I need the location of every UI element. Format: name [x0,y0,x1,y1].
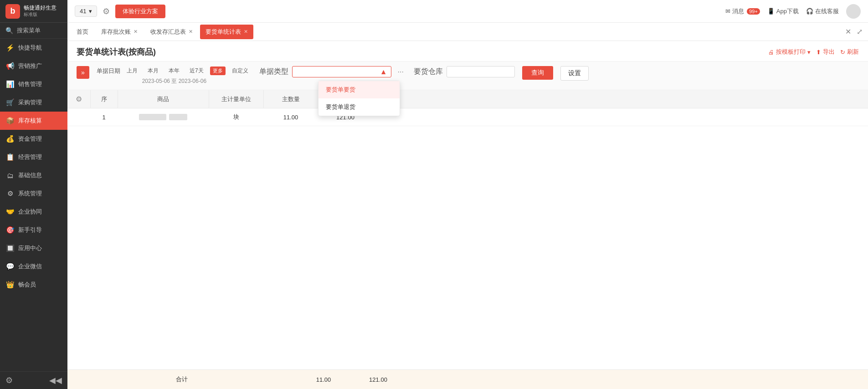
sidebar-item-app-center[interactable]: 🔲 应用中心 [0,239,67,257]
page-title: 要货单统计表(按商品) [77,46,156,57]
doc-type-select-wrapper: ▲ [292,66,391,77]
dropdown-item-return[interactable]: 要货单退货 [318,98,400,116]
inventory-icon: 📦 [5,116,15,125]
sidebar-item-system[interactable]: ⚙ 系统管理 [0,184,67,203]
select-dots[interactable]: ··· [395,68,406,76]
tab-order-stats-label: 要货单统计表 [205,28,241,36]
sidebar: b 畅捷通好生意 标准版 🔍 搜索菜单 ⚡ 快捷导航 📢 营销推广 📊 销售管理… [0,0,67,389]
header-right: ✉ 消息 99+ 📱 App下载 🎧 在线客服 [725,4,861,19]
query-button[interactable]: 查询 [522,66,553,80]
purchase-icon: 🛒 [5,98,15,107]
refresh-label: 刷新 [847,48,859,56]
messages-item[interactable]: ✉ 消息 99+ [725,7,760,15]
collapse-icon[interactable]: ◀◀ [49,375,62,385]
row-extra-cell [373,108,868,126]
tab-home[interactable]: 首页 [71,25,94,39]
table-body: 1 块 11.00 121.00 [67,108,868,126]
print-template-action[interactable]: 🖨 按模板打印 ▾ [768,48,811,56]
sidebar-item-finance[interactable]: 💰 资金管理 [0,130,67,148]
tab-bar: 首页 库存批次账 ✕ 收发存汇总表 ✕ 要货单统计表 ✕ ✕ ⤢ [67,23,868,41]
sidebar-item-quick-nav[interactable]: ⚡ 快捷导航 [0,39,67,57]
tab-inventory-batch-close[interactable]: ✕ [134,29,138,35]
tab-end-btns: ✕ ⤢ [843,26,864,37]
app-download-label: App下载 [776,7,799,15]
sidebar-item-sales[interactable]: 📊 销售管理 [0,75,67,93]
settings-button[interactable]: 设置 [560,66,589,81]
store-selector[interactable]: 41 ▾ [75,5,97,17]
wechat-icon: 💬 [5,262,15,271]
sidebar-item-label: 采购管理 [18,98,42,107]
warehouse-input[interactable] [447,66,515,77]
trial-button[interactable]: 体验行业方案 [115,5,165,18]
date-btn-last-month[interactable]: 上月 [123,66,141,76]
sidebar-item-label: 新手引导 [18,226,42,234]
store-number: 41 [80,8,86,15]
filter-toggle-button[interactable]: » [77,66,89,79]
app-download-item[interactable]: 📱 App下载 [767,7,799,15]
table-container: ⚙ 序 商品 主计量单位 主数量 零售金额 1 [67,90,868,369]
table-header-row: ⚙ 序 商品 主计量单位 主数量 零售金额 [67,90,868,108]
product-placeholder [123,114,203,120]
sidebar-search[interactable]: 🔍 搜索菜单 [0,23,67,39]
sidebar-item-operation[interactable]: 📋 经营管理 [0,148,67,166]
export-action[interactable]: ⬆ 导出 [816,48,835,56]
header-left: 41 ▾ ⚙ 体验行业方案 [75,5,165,18]
more-date-button[interactable]: 更多 [210,67,226,75]
tab-order-stats[interactable]: 要货单统计表 ✕ [200,25,253,39]
product-code-block [169,114,187,120]
table-footer: 合计 11.00 121.00 [67,369,868,389]
sidebar-item-label: 畅会员 [18,281,36,289]
warehouse-label: 要货仓库 [414,67,443,77]
col-header-extra [373,90,868,108]
date-btn-this-year[interactable]: 本年 [165,66,183,76]
header-gear-icon[interactable]: ⚙ [103,6,110,16]
print-icon: 🖨 [768,49,774,56]
tab-home-label: 首页 [77,28,88,36]
sidebar-item-label: 系统管理 [18,189,42,198]
select-arrow-icon[interactable]: ▲ [376,68,391,76]
row-settings-cell [67,108,90,126]
refresh-action[interactable]: ↻ 刷新 [840,48,859,56]
avatar[interactable] [846,4,861,19]
sidebar-item-enterprise[interactable]: 🤝 企业协同 [0,203,67,221]
date-btn-recent-7days[interactable]: 近7天 [186,66,207,76]
row-unit-cell: 块 [209,108,263,126]
sidebar-item-wechat[interactable]: 💬 企业微信 [0,257,67,276]
doc-type-input[interactable] [293,67,376,77]
doc-type-label: 单据类型 [259,67,288,77]
online-service-label: 在线客服 [815,7,839,15]
messages-badge: 99+ [747,8,760,15]
col-header-num: 序 [90,90,118,108]
chevron-down-icon: ▾ [89,8,92,15]
footer-qty-value: 11.00 [296,376,351,383]
row-qty-cell: 11.00 [263,108,318,126]
tab-collapse-icon[interactable]: ✕ [843,26,853,37]
sidebar-item-label: 销售管理 [18,80,42,88]
main-area: 41 ▾ ⚙ 体验行业方案 ✉ 消息 99+ 📱 App下载 🎧 在线客服 [67,0,868,389]
footer-amount-value: 121.00 [351,376,406,383]
sidebar-item-member[interactable]: 👑 畅会员 [0,276,67,294]
date-btn-custom[interactable]: 自定义 [228,66,252,76]
date-btn-this-month[interactable]: 本月 [144,66,162,76]
table-settings-icon[interactable]: ⚙ [76,95,82,103]
online-service-item[interactable]: 🎧 在线客服 [806,7,839,15]
sidebar-item-inventory[interactable]: 📦 库存核算 [0,112,67,130]
tab-order-stats-close[interactable]: ✕ [244,29,248,35]
row-product-cell [118,108,209,126]
sidebar-item-marketing[interactable]: 📢 营销推广 [0,57,67,75]
tab-receivable-close[interactable]: ✕ [189,29,193,35]
sidebar-item-guide[interactable]: 🎯 新手引导 [0,221,67,239]
sidebar-item-purchase[interactable]: 🛒 采购管理 [0,93,67,112]
tab-inventory-batch[interactable]: 库存批次账 ✕ [96,25,143,39]
sidebar-item-label: 应用中心 [18,244,42,252]
phone-icon: 📱 [767,8,775,15]
tab-receivable[interactable]: 收发存汇总表 ✕ [145,25,198,39]
tab-expand-icon[interactable]: ⤢ [855,26,864,37]
warehouse-filter-group: 要货仓库 [414,66,515,77]
settings-icon[interactable]: ⚙ [5,375,13,385]
dropdown-item-delivery[interactable]: 要货单要货 [318,81,400,98]
app-title: 畅捷通好生意 [24,5,56,12]
sidebar-item-basic[interactable]: 🗂 基础信息 [0,166,67,184]
col-header-settings: ⚙ [67,90,90,108]
sidebar-item-label: 快捷导航 [18,44,42,52]
